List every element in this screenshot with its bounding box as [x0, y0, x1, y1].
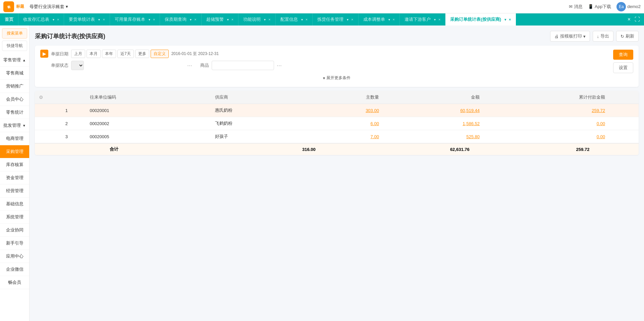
tab-expiry-label: 保质期查询: [165, 16, 186, 22]
goods-label: 商品: [200, 62, 209, 68]
user-profile[interactable]: Ea demo2: [616, 2, 641, 11]
expand-more-label: 展开更多条件: [326, 75, 351, 81]
col-quantity: 主数量: [305, 91, 383, 104]
tab-function-close[interactable]: ×: [268, 17, 270, 21]
date-btn-this-year[interactable]: 本年: [102, 50, 116, 58]
sidebar-item-retail-shop[interactable]: 零售商城: [0, 67, 29, 80]
status-select[interactable]: [71, 61, 84, 70]
sidebar: 搜索菜单 快捷导航 零售管理 ▲ 零售商城 营销推广 会员中心 零售统计 批发管…: [0, 25, 30, 321]
goods-input[interactable]: [212, 61, 274, 70]
query-button[interactable]: 查询: [613, 50, 633, 60]
tab-task-close[interactable]: ×: [351, 17, 353, 21]
tab-purchase-stat-label: 采购订单统计表(按供应商): [450, 16, 501, 22]
sidebar-item-enterprise[interactable]: 企业协同: [0, 224, 29, 237]
sidebar-item-basic[interactable]: 基础信息: [0, 198, 29, 211]
sidebar-item-wechat[interactable]: 企业微信: [0, 263, 29, 276]
tab-task[interactable]: 拣货任务管理 ▾ ×: [313, 13, 358, 25]
date-btn-this-month[interactable]: 本月: [87, 50, 101, 58]
tab-overstock-close[interactable]: ×: [231, 17, 233, 21]
date-btn-last-month[interactable]: 上月: [71, 50, 85, 58]
tab-purchase-stat-close[interactable]: ×: [509, 17, 511, 21]
row-paid-3[interactable]: 0.00: [484, 130, 609, 143]
sidebar-item-member2[interactable]: 畅会员: [0, 276, 29, 289]
tab-collect-close[interactable]: ×: [57, 17, 59, 21]
tab-config-close[interactable]: ×: [306, 17, 308, 21]
sidebar-item-ecommerce[interactable]: 电商管理: [0, 132, 29, 145]
tab-invite[interactable]: 邀请下游客户 ▾ ×: [400, 13, 445, 25]
tab-stock-close[interactable]: ×: [153, 17, 155, 21]
tab-config[interactable]: 配置信息 ▾ ×: [276, 13, 313, 25]
content-area: 采购订单统计表(按供应商) 🖨 按模板打印 ▾ ↓ 导出 ↻ 刷新: [30, 25, 644, 321]
goods-more-icon: ···: [277, 62, 282, 69]
tab-invite-close[interactable]: ×: [438, 17, 440, 21]
tab-expiry[interactable]: 保质期查询 ▾ ×: [160, 13, 201, 25]
row-amount-1[interactable]: 60,519.44: [383, 104, 484, 117]
sidebar-top: 搜索菜单 快捷导航: [0, 25, 29, 54]
print-button[interactable]: 🖨 按模板打印 ▾: [550, 31, 590, 42]
tab-demand-close[interactable]: ×: [103, 17, 105, 21]
row-quantity-3[interactable]: 7.00: [305, 130, 383, 143]
page-header: 采购订单统计表(按供应商) 🖨 按模板打印 ▾ ↓ 导出 ↻ 刷新: [35, 31, 639, 42]
sidebar-retail-shop-label: 零售商城: [6, 70, 23, 76]
filter-toggle-button[interactable]: ▶: [40, 50, 48, 58]
tab-expiry-close[interactable]: ×: [194, 17, 196, 21]
refresh-button[interactable]: ↻ 刷新: [616, 31, 639, 42]
tab-demand[interactable]: 要货单统计表 ▾ ×: [64, 13, 110, 25]
sidebar-item-member[interactable]: 会员中心: [0, 93, 29, 106]
row-amount-2[interactable]: 1,586.52: [383, 117, 484, 130]
close-all-tabs-button[interactable]: ×: [626, 15, 632, 24]
filter-left: ▶ 单据日期 上月 本月 本年 近7天 更多: [40, 50, 608, 70]
table-row[interactable]: 1 00020001 惠氏奶粉 303.00 60,519.44 259.72: [35, 104, 639, 117]
row-paid-1[interactable]: 259.72: [484, 104, 609, 117]
tab-purchase-stat[interactable]: 采购订单统计表(按供应商) ▾ ×: [445, 13, 516, 25]
page-actions: 🖨 按模板打印 ▾ ↓ 导出 ↻ 刷新: [550, 31, 639, 42]
row-extra-3: [609, 130, 639, 143]
sidebar-item-system[interactable]: 系统管理: [0, 211, 29, 224]
tab-stock[interactable]: 可用量库存账本 ▾ ×: [110, 13, 160, 25]
settings-button[interactable]: 设置: [613, 62, 633, 73]
table-row[interactable]: 2 00020002 飞鹤奶粉 6.00 1,586.52 0.00: [35, 117, 639, 130]
tab-task-dropdown: ▾: [347, 18, 348, 21]
table-settings-icon[interactable]: ⚙: [39, 95, 43, 100]
tab-collect-dropdown: ▾: [53, 18, 54, 21]
tab-cost[interactable]: 成本调整单 ▾ ×: [359, 13, 400, 25]
date-label: 单据日期: [51, 51, 68, 57]
sidebar-item-marketing[interactable]: 营销推广: [0, 80, 29, 93]
sidebar-operations-label: 经营管理: [6, 188, 23, 194]
sidebar-item-retail[interactable]: 零售管理 ▲: [0, 54, 29, 67]
expand-more-button[interactable]: ▾ 展开更多条件: [40, 73, 633, 83]
tab-collect[interactable]: 收发存汇总表 ▾ ×: [18, 13, 64, 25]
app-download-action[interactable]: 📱 App下载: [588, 4, 611, 10]
sidebar-item-wholesale[interactable]: 批发管理 ▼: [0, 119, 29, 132]
row-quantity-2[interactable]: 6.00: [305, 117, 383, 130]
table-row[interactable]: 3 00020005 好孩子 7.00 525.80 0.00: [35, 130, 639, 143]
export-button[interactable]: ↓ 导出: [593, 31, 614, 42]
tab-home[interactable]: 首页: [0, 13, 18, 25]
workspace-selector[interactable]: 母婴行业演示账套 ▾: [27, 2, 71, 11]
date-btn-custom[interactable]: 自定义: [151, 50, 169, 58]
message-action[interactable]: ✉ 消息: [569, 4, 583, 10]
row-amount-3[interactable]: 525.80: [383, 130, 484, 143]
sidebar-item-inventory[interactable]: 库存核算: [0, 158, 29, 171]
tab-overstock-dropdown: ▾: [227, 18, 229, 21]
tab-home-label: 首页: [5, 16, 13, 22]
row-paid-2[interactable]: 0.00: [484, 117, 609, 130]
date-btn-7days[interactable]: 近7天: [117, 50, 134, 58]
fullscreen-button[interactable]: ⛶: [633, 15, 641, 24]
sidebar-item-finance[interactable]: 资金管理: [0, 171, 29, 184]
row-num-2: 2: [47, 117, 86, 130]
search-menu-button[interactable]: 搜索菜单: [2, 28, 27, 39]
tab-function[interactable]: 功能说明 ▾ ×: [238, 13, 275, 25]
sidebar-item-appcenter[interactable]: 应用中心: [0, 250, 29, 263]
sidebar-item-operations[interactable]: 经营管理: [0, 184, 29, 198]
tab-overstock[interactable]: 超储预警 ▾ ×: [202, 13, 238, 25]
date-btn-more[interactable]: 更多: [135, 50, 149, 58]
sidebar-item-retail-stat[interactable]: 零售统计: [0, 106, 29, 119]
row-quantity-1[interactable]: 303.00: [305, 104, 383, 117]
sidebar-item-purchase[interactable]: 采购管理: [0, 145, 29, 158]
quick-nav-button[interactable]: 快捷导航: [2, 41, 27, 51]
tab-cost-close[interactable]: ×: [393, 17, 395, 21]
col-code: 往来单位编码: [86, 91, 211, 104]
table-footer: 合计 316.00 62,631.76 259.72: [35, 143, 639, 155]
sidebar-item-newguide[interactable]: 新手引导: [0, 237, 29, 250]
